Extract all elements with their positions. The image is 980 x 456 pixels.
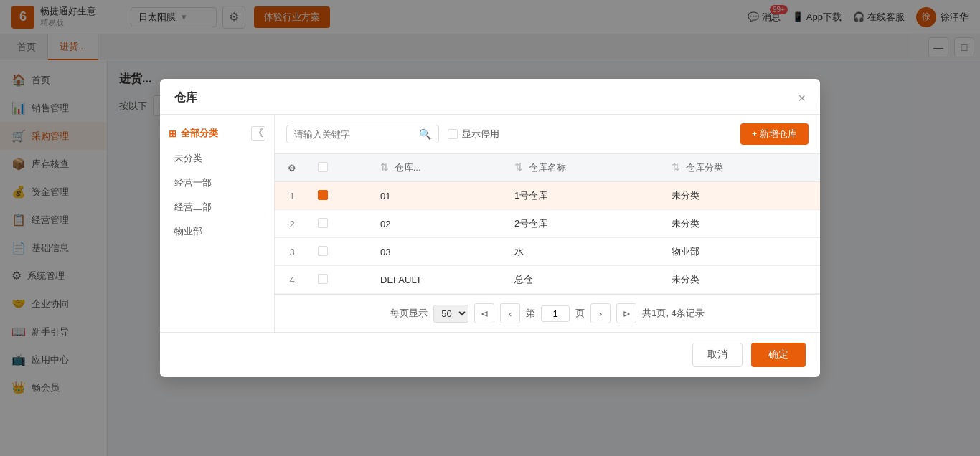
per-page-select[interactable]: 50 (433, 305, 468, 323)
search-box: 🔍 (286, 125, 439, 143)
next-page-button[interactable]: › (590, 303, 611, 323)
row-checkbox[interactable] (309, 210, 372, 238)
header-checkbox[interactable] (318, 162, 328, 172)
cancel-button[interactable]: 取消 (692, 343, 743, 367)
row-code: DEFAULT (372, 266, 506, 294)
row-checkbox[interactable] (309, 238, 372, 266)
category-item-unclassified[interactable]: 未分类 (160, 146, 274, 171)
row-category: 未分类 (663, 210, 820, 238)
modal-title: 仓库 (174, 90, 197, 105)
row-code: 02 (372, 210, 506, 238)
row-name: 总仓 (506, 266, 663, 294)
page-number-input[interactable] (541, 305, 570, 322)
row-category: 未分类 (663, 266, 820, 294)
add-warehouse-button[interactable]: + 新增仓库 (740, 123, 809, 145)
row-checkbox[interactable] (309, 266, 372, 294)
row-num: 2 (275, 210, 309, 238)
modal-body: ⊞ 全部分类 《 未分类 经营一部 经营二部 物业部 (160, 115, 820, 332)
sort-icon-2: ⇅ (514, 161, 523, 173)
data-table: ⚙ ⇅ 仓库... ⇅ 仓库名称 (275, 154, 820, 294)
show-disabled-label: 显示停用 (462, 128, 499, 141)
per-page-label: 每页显示 (390, 307, 428, 320)
all-categories-item[interactable]: ⊞ 全部分类 (169, 127, 218, 140)
th-name: ⇅ 仓库名称 (506, 154, 663, 182)
th-code: ⇅ 仓库... (372, 154, 506, 182)
page-suffix: 页 (575, 307, 585, 320)
warehouse-modal: 仓库 × ⊞ 全部分类 《 未分类 经营一部 (160, 79, 820, 377)
modal-header: 仓库 × (160, 79, 820, 115)
row-category: 物业部 (663, 238, 820, 266)
table-row[interactable]: 2 02 2号仓库 未分类 (275, 210, 820, 238)
warehouse-table: ⚙ ⇅ 仓库... ⇅ 仓库名称 (275, 154, 820, 294)
total-info: 共1页, 4条记录 (642, 307, 705, 320)
confirm-button[interactable]: 确定 (751, 343, 806, 367)
category-item-dept2[interactable]: 经营二部 (160, 195, 274, 219)
table-row[interactable]: 3 03 水 物业部 (275, 238, 820, 266)
row-name: 水 (506, 238, 663, 266)
collapse-button[interactable]: 《 (251, 126, 265, 141)
row-num: 4 (275, 266, 309, 294)
search-icon: 🔍 (419, 128, 431, 140)
row-checkbox[interactable] (309, 182, 372, 210)
pagination: 每页显示 50 ⊲ ‹ 第 页 › ⊳ 共1页, 4条记录 (275, 294, 820, 332)
row-code: 03 (372, 238, 506, 266)
show-disabled-option: 显示停用 (448, 128, 499, 141)
search-input[interactable] (294, 129, 415, 140)
table-row[interactable]: 4 DEFAULT 总仓 未分类 (275, 266, 820, 294)
th-settings: ⚙ (275, 154, 309, 182)
row-code: 01 (372, 182, 506, 210)
table-row[interactable]: 1 01 1号仓库 未分类 (275, 182, 820, 210)
show-disabled-checkbox[interactable] (448, 129, 458, 139)
table-toolbar: 🔍 显示停用 + 新增仓库 (275, 115, 820, 154)
all-categories-label: 全部分类 (181, 127, 218, 140)
grid-icon: ⊞ (169, 128, 176, 139)
category-panel: ⊞ 全部分类 《 未分类 经营一部 经营二部 物业部 (160, 115, 275, 332)
close-icon[interactable]: × (798, 92, 806, 105)
page-label: 第 (526, 307, 535, 320)
category-item-dept1[interactable]: 经营一部 (160, 171, 274, 195)
category-header: ⊞ 全部分类 《 (160, 120, 274, 146)
row-name: 2号仓库 (506, 210, 663, 238)
first-page-button[interactable]: ⊲ (474, 303, 494, 323)
modal-footer: 取消 确定 (160, 332, 820, 377)
prev-page-button[interactable]: ‹ (500, 303, 520, 323)
row-num: 3 (275, 238, 309, 266)
th-category: ⇅ 仓库分类 (663, 154, 820, 182)
row-category: 未分类 (663, 182, 820, 210)
row-num: 1 (275, 182, 309, 210)
sort-icon: ⇅ (380, 161, 389, 173)
modal-overlay: 仓库 × ⊞ 全部分类 《 未分类 经营一部 (0, 0, 980, 456)
settings-icon: ⚙ (288, 163, 296, 174)
th-checkbox (309, 154, 372, 182)
last-page-button[interactable]: ⊳ (616, 303, 636, 323)
row-name: 1号仓库 (506, 182, 663, 210)
sort-icon-3: ⇅ (672, 161, 680, 173)
category-item-property[interactable]: 物业部 (160, 219, 274, 244)
table-panel: 🔍 显示停用 + 新增仓库 ⚙ (275, 115, 820, 332)
table-header-row: ⚙ ⇅ 仓库... ⇅ 仓库名称 (275, 154, 820, 182)
